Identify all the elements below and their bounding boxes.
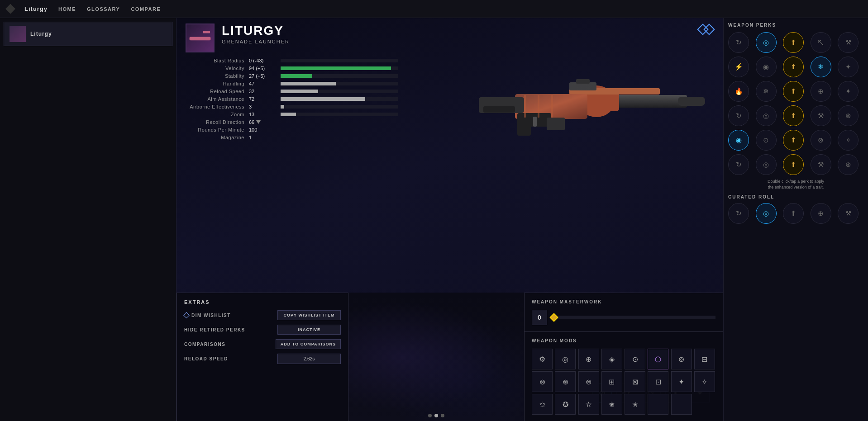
perk-3-1[interactable]: ◎ [756, 105, 777, 126]
curated-perk-4[interactable]: ⚒ [838, 203, 858, 224]
stat-value: 13 [249, 112, 281, 117]
stat-row-airborne: Airborne Effectiveness 3 [186, 104, 714, 109]
mod-slot-6[interactable]: ⬡ [648, 349, 668, 369]
masterwork-panel: WEAPON MASTERWORK 0 [524, 293, 723, 331]
perk-5-1[interactable]: ◎ [756, 154, 777, 175]
mod-slot-12[interactable]: ⊞ [601, 371, 622, 392]
sidebar-weapon-item[interactable]: Liturgy [4, 22, 172, 46]
mod-slot-1[interactable]: ⚙ [532, 349, 553, 369]
perk-hint: Double click/tap a perk to applythe enha… [728, 179, 863, 190]
reload-speed-value: 2.62s [277, 354, 341, 364]
mod-slot-15[interactable]: ✦ [671, 371, 692, 392]
nav-glossary[interactable]: GLOSSARY [87, 5, 120, 14]
mod-slot-7[interactable]: ⊚ [671, 349, 692, 369]
perk-4-0[interactable]: ◉ [728, 130, 749, 151]
perk-0-4[interactable]: ⚒ [838, 32, 858, 53]
perk-5-4[interactable]: ⊛ [838, 154, 858, 175]
perk-4-2[interactable]: ⬆ [783, 130, 804, 151]
mod-slot-4[interactable]: ◈ [601, 349, 622, 369]
mod-slot-13[interactable]: ⊠ [625, 371, 645, 392]
perk-5-3[interactable]: ⚒ [811, 154, 831, 175]
mod-slot-17[interactable]: ✩ [532, 394, 553, 415]
curated-title: CURATED ROLL [728, 194, 863, 199]
mod-slot-21[interactable]: ✭ [625, 394, 645, 415]
weapon-perks-panel: WEAPON PERKS ↻ ◎ ⬆ ⛏ ⚒ ⚡ ◉ ⬆ ❄ ✦ 🔥 ❄ ⬆ ⊕… [723, 18, 868, 421]
perk-4-4[interactable]: ✧ [838, 130, 858, 151]
sidebar-weapon-name: Liturgy [30, 31, 52, 37]
masterwork-bar[interactable] [551, 316, 715, 319]
perk-0-1[interactable]: ◎ [756, 32, 777, 53]
perk-1-0[interactable]: ⚡ [728, 57, 749, 77]
perk-5-2[interactable]: ⬆ [783, 154, 804, 175]
stat-label: Magazine [186, 135, 249, 140]
perk-4-1[interactable]: ⊙ [756, 130, 777, 151]
right-bottom-panels: WEAPON MASTERWORK 0 WEAPON MODS ⚙ [524, 293, 723, 421]
mod-slot-23[interactable] [671, 394, 692, 415]
mod-slot-11[interactable]: ⊜ [578, 371, 599, 392]
curated-perk-2[interactable]: ⬆ [783, 203, 804, 224]
stat-bar [281, 66, 391, 70]
stat-bar-container [281, 66, 398, 70]
weapon-icon-large [186, 24, 215, 52]
perk-row-3: ↻ ◎ ⬆ ⚒ ⊛ [728, 105, 863, 126]
perk-3-2[interactable]: ⬆ [783, 105, 804, 126]
mod-slot-19[interactable]: ✫ [578, 394, 599, 415]
mod-slot-3[interactable]: ⊕ [578, 349, 599, 369]
perk-0-0[interactable]: ↻ [728, 32, 749, 53]
perk-row-1: ⚡ ◉ ⬆ ❄ ✦ [728, 57, 863, 77]
inactive-button[interactable]: INACTIVE [277, 325, 341, 335]
mod-slot-10[interactable]: ⊛ [555, 371, 576, 392]
perk-2-2[interactable]: ⬆ [783, 81, 804, 102]
nav-home[interactable]: HOME [58, 5, 76, 14]
perk-4-3[interactable]: ⊗ [811, 130, 831, 151]
mod-slot-22[interactable] [648, 394, 668, 415]
stat-bar-container [281, 74, 398, 78]
masterwork-bar-handle[interactable] [549, 313, 558, 322]
curated-perk-3[interactable]: ⊕ [811, 203, 831, 224]
stat-label: Stability [186, 73, 249, 79]
stats-area: Blast Radius 0 (-43) Velocity 94 (+5) St… [176, 58, 723, 147]
stat-label: Velocity [186, 66, 249, 71]
perk-3-0[interactable]: ↻ [728, 105, 749, 126]
nav-compare[interactable]: COMPARE [131, 5, 161, 14]
curated-perk-1[interactable]: ◎ [756, 203, 777, 224]
stat-bar-container [281, 90, 398, 93]
sidebar: Liturgy [0, 18, 176, 421]
mod-slot-9[interactable]: ⊗ [532, 371, 553, 392]
perk-5-0[interactable]: ↻ [728, 154, 749, 175]
perk-2-1[interactable]: ❄ [756, 81, 777, 102]
perk-2-0[interactable]: 🔥 [728, 81, 749, 102]
curated-perk-0[interactable]: ↻ [728, 203, 749, 224]
perk-2-3[interactable]: ⊕ [811, 81, 831, 102]
add-to-comparisons-button[interactable]: ADD TO COMPARISONS [276, 339, 341, 349]
mod-slot-18[interactable]: ✪ [555, 394, 576, 415]
perk-1-1[interactable]: ◉ [756, 57, 777, 77]
extras-reload-row: RELOAD SPEED 2.62s [184, 354, 341, 364]
mod-slot-14[interactable]: ⊡ [648, 371, 668, 392]
copy-wishlist-button[interactable]: COPY WISHLIST ITEM [277, 310, 341, 320]
weapon-perks-title: WEAPON PERKS [728, 23, 863, 28]
mod-slot-5[interactable]: ⊙ [625, 349, 645, 369]
mod-slot-20[interactable]: ✬ [601, 394, 622, 415]
perk-0-2[interactable]: ⬆ [783, 32, 804, 53]
perk-1-3[interactable]: ❄ [811, 57, 831, 77]
mod-slot-16[interactable]: ✧ [694, 371, 715, 392]
stat-value: 94 (+5) [249, 66, 281, 71]
weapon-type: GRENADE LAUNCHER [222, 39, 691, 44]
perk-1-2[interactable]: ⬆ [783, 57, 804, 77]
weapon-name: LITURGY [222, 24, 691, 38]
perk-row-5: ↻ ◎ ⬆ ⚒ ⊛ [728, 154, 863, 175]
stat-bar-container [281, 113, 398, 116]
perk-3-4[interactable]: ⊛ [838, 105, 858, 126]
mod-slot-2[interactable]: ◎ [555, 349, 576, 369]
extras-panel: EXTRAS DIM WISHLIST COPY WISHLIST ITEM H… [176, 293, 348, 421]
perk-1-4[interactable]: ✦ [838, 57, 858, 77]
stat-row-blast-radius: Blast Radius 0 (-43) [186, 58, 714, 63]
mod-slot-8[interactable]: ⊟ [694, 349, 715, 369]
stat-row-velocity: Velocity 94 (+5) [186, 66, 714, 71]
perk-0-3[interactable]: ⛏ [811, 32, 831, 53]
stat-label: Reload Speed [186, 89, 249, 94]
extras-dim-row: DIM WISHLIST COPY WISHLIST ITEM [184, 310, 341, 320]
perk-3-3[interactable]: ⚒ [811, 105, 831, 126]
perk-2-4[interactable]: ✦ [838, 81, 858, 102]
